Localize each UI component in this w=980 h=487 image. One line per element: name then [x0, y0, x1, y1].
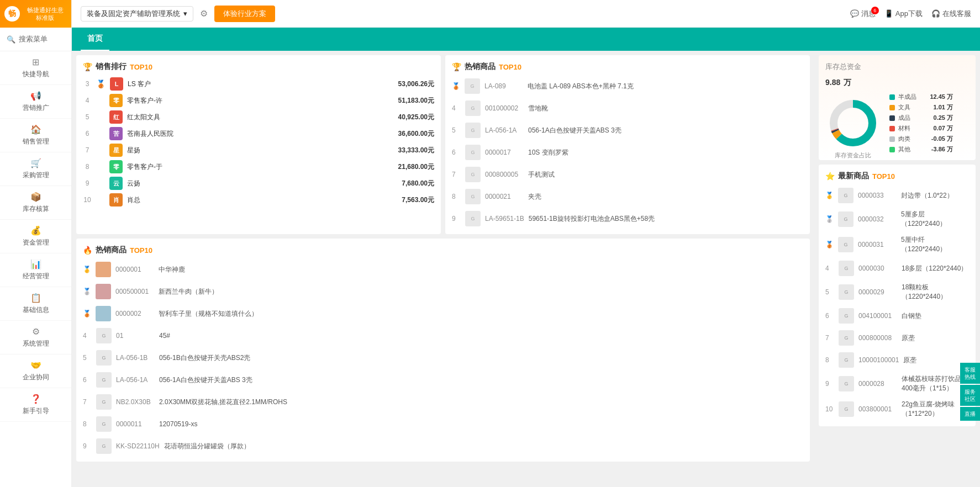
trial-button[interactable]: 体验行业方案	[214, 6, 275, 22]
customer-name: LS 客户	[128, 80, 394, 89]
rank-num: 8	[825, 356, 834, 364]
content-header: 首页	[72, 28, 980, 51]
trophy-icon: 🏆	[83, 62, 92, 71]
product-code: LA-056-1B	[116, 354, 155, 362]
search-menu-button[interactable]: 🔍 搜索菜单	[4, 32, 67, 46]
nav-label-marketing: 营销推广	[23, 103, 49, 113]
donut-label: 库存资金占比	[835, 151, 871, 160]
legend-value: -3.86 万	[920, 145, 953, 153]
product-name: 2.0X30MM双搓花轴,搓花直径2.1MM/ROHS	[159, 398, 803, 407]
medal-icon: 🥉	[452, 82, 460, 90]
rank-number: 9	[83, 179, 92, 187]
product-thumb: G	[465, 211, 481, 226]
float-btn-0[interactable]: 客服 热线	[960, 363, 980, 384]
rank-num: 4	[452, 104, 461, 112]
product-code: NB2.0X30B	[116, 398, 155, 406]
product-name: 12070519-xs	[159, 420, 803, 428]
message-button[interactable]: 💬 消息 6	[850, 9, 876, 19]
sidebar-item-inventory[interactable]: 📦库存核算	[0, 186, 71, 220]
rank-item: 8 零 零售客户-于 21,680.00元	[83, 160, 434, 173]
product-name: 056-1A白色按键开关盖ABS 3壳	[159, 375, 803, 385]
sidebar-item-system[interactable]: ⚙系统管理	[0, 321, 71, 354]
product-item: 7 G 000800005 手机测试	[452, 166, 803, 183]
medal-icon: 🥈	[83, 288, 91, 295]
sidebar-item-operation[interactable]: 📊经营管理	[0, 253, 71, 287]
settings-icon[interactable]: ⚙	[200, 8, 208, 19]
product-thumb: G	[96, 416, 112, 432]
product-code: LA-056-1A	[485, 126, 524, 134]
rank-num: 6	[83, 376, 92, 384]
search-label: 搜索菜单	[19, 34, 48, 44]
nav-icon-system: ⚙	[32, 326, 40, 337]
product-code: 000800008	[858, 334, 897, 342]
hot-products-right-title: 🏆 热销商品 TOP10	[452, 62, 803, 72]
topbar: 装备及固定资产辅助管理系统 ▾ ⚙ 体验行业方案 💬 消息 6 📱 App下载 …	[72, 0, 980, 28]
nav-icon-finance: 💰	[30, 225, 41, 236]
nav-label-cooperation: 企业协同	[23, 373, 49, 382]
product-item: 5 G LA-056-1A 056-1A白色按键开关盖ABS 3壳	[452, 121, 803, 139]
sidebar-item-guide[interactable]: ❓新手引导	[0, 388, 71, 422]
customer-amount: 40,925.00元	[398, 113, 434, 122]
product-code: 001000002	[485, 104, 524, 112]
product-thumb: G	[839, 376, 854, 391]
product-item: 🥉 G LA-089 电池盖 LA-089 ABS本色+黑种 7.1克	[452, 77, 803, 95]
float-btn-2[interactable]: 直播	[960, 407, 980, 421]
product-thumb: G	[96, 328, 112, 343]
product-name: 18多层（1220*2440）	[902, 264, 969, 273]
main-area: 装备及固定资产辅助管理系统 ▾ ⚙ 体验行业方案 💬 消息 6 📱 App下载 …	[72, 0, 980, 487]
product-name: 花语萌恒温分罐罐袋（厚款）	[164, 442, 803, 451]
medal-icon: 🥈	[825, 215, 834, 223]
customer-avatar: 苦	[109, 127, 123, 140]
product-name: 白钢垫	[902, 311, 969, 321]
product-item: 🥇 0000001 中华神鹿	[83, 261, 803, 278]
sidebar-item-purchase[interactable]: 🛒采购管理	[0, 152, 71, 186]
product-name: 智利车子里（规格不知道填什么）	[159, 309, 803, 319]
sidebar-search[interactable]: 🔍 搜索菜单	[0, 28, 71, 51]
legend-dot	[889, 136, 895, 142]
product-name: 22g鱼豆腐-烧烤味（1*12*20）	[902, 400, 969, 419]
hot-products-bottom-label: 热销商品	[96, 245, 127, 255]
product-thumb: G	[465, 167, 481, 182]
message-badge: 6	[871, 7, 879, 14]
product-item: 🥉 0000002 智利车子里（规格不知道填什么）	[83, 305, 803, 322]
product-name: 新西兰牛肉（新牛）	[159, 287, 803, 297]
rank-item: 3 🥉 L LS 客户 53,006.26元	[83, 77, 434, 91]
float-btn-1[interactable]: 服务 社区	[960, 385, 980, 406]
sidebar-item-cooperation[interactable]: 🤝企业协同	[0, 354, 71, 388]
app-download-button[interactable]: 📱 App下载	[884, 9, 923, 19]
product-thumb: G	[839, 261, 854, 276]
sidebar-item-finance[interactable]: 💰资金管理	[0, 220, 71, 253]
sidebar-item-marketing[interactable]: 📢营销推广	[0, 85, 71, 119]
system-selector[interactable]: 装备及固定资产辅助管理系统 ▾	[81, 6, 193, 22]
online-service-label: 在线客服	[942, 9, 971, 19]
online-service-button[interactable]: 🎧 在线客服	[931, 9, 971, 19]
rank-item: 9 云 云扬 7,680.00元	[83, 177, 434, 190]
customer-name: 零售客户-许	[127, 96, 394, 105]
nav-label-operation: 经营管理	[23, 272, 49, 281]
nav-icon-guide: ❓	[30, 394, 41, 404]
product-name: 18颗粒板（1220*2440）	[902, 283, 969, 301]
product-name: 056-1B白色按键开关壳ABS2壳	[159, 353, 803, 363]
product-code: 004100001	[858, 312, 897, 320]
new-products-title: ⭐ 最新商品 TOP10	[825, 171, 969, 181]
customer-amount: 51,183.00元	[398, 96, 434, 105]
legend-item: 材料 0.07 万	[889, 124, 953, 133]
product-name: 手机测试	[528, 170, 803, 179]
nav-label-quick-nav: 快捷导航	[23, 70, 49, 79]
chevron-down-icon: ▾	[183, 9, 187, 18]
logo-text: 畅捷通好生意 标准版	[23, 6, 67, 22]
customer-amount: 33,333.00元	[398, 146, 434, 155]
legend-value: 12.45 万	[920, 93, 953, 101]
product-thumb	[96, 306, 111, 321]
rank-num: 4	[83, 332, 92, 340]
hot-products-right-card: 🏆 热销商品 TOP10 🥉 G LA-089 电池盖 LA-089 ABS本色…	[445, 55, 810, 234]
rank-number: 3	[83, 80, 92, 88]
product-thumb: G	[838, 188, 853, 203]
sidebar-item-quick-nav[interactable]: ⊞快捷导航	[0, 51, 71, 85]
legend-value: 0.07 万	[920, 124, 953, 133]
sidebar-item-sales[interactable]: 🏠销售管理	[0, 119, 71, 152]
customer-name: 星扬	[127, 146, 394, 155]
sidebar-item-basic-info[interactable]: 📋基础信息	[0, 287, 71, 321]
tab-home[interactable]: 首页	[81, 28, 109, 51]
product-name: 5厘中纤（1220*2440）	[901, 235, 969, 254]
